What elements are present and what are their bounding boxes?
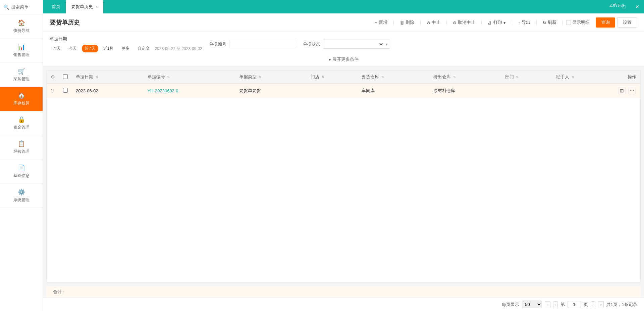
delete-button[interactable]: 🗑 删除 [397,18,417,27]
doctype-col-label: 单据类型 [239,74,257,79]
window-controls: － □ ✕ [604,0,644,13]
status-select[interactable] [323,40,384,48]
export-button[interactable]: ↑ 导出 [516,18,533,27]
sidebar-item-label-finance: 资金管理 [13,125,30,130]
sidebar-item-quick-nav[interactable]: 🏠 快捷导航 [0,14,43,39]
cancel-stop-button[interactable]: ⊘ 取消中止 [450,18,478,27]
stop-label: 中止 [432,19,440,26]
print-button[interactable]: 🖨 打印 ▾ [485,18,508,27]
dept-sort-icon[interactable]: ⇅ [516,75,519,79]
row-checkbox[interactable] [63,88,68,93]
pending-warehouse-sort-icon[interactable]: ⇅ [453,75,456,79]
status-filter-label: 单据状态 [303,41,320,47]
operations-icon: 📋 [18,140,25,147]
select-all-checkbox[interactable] [63,74,68,79]
tab-requisition-history[interactable]: 要货单历史× [66,0,103,13]
per-page-select[interactable]: 50 100 [522,301,542,308]
display-detail-checkbox[interactable] [566,20,571,25]
sidebar-item-system[interactable]: ⚙️ 系统管理 [0,184,43,208]
dept-col-label: 部门 [505,74,514,79]
row-docno-link[interactable]: YH-20230602-0 [148,88,178,93]
table-area: ⚙ 单据日期 ⇅ 单据编号 ⇅ [46,70,641,282]
refresh-button[interactable]: ↻ 刷新 [540,18,559,27]
jump-prefix: 第 [560,302,565,308]
date-btn-custom[interactable]: 自定义 [135,45,153,52]
minimize-button[interactable]: － [604,0,617,13]
search-icon: 🔍 [3,4,9,10]
add-button[interactable]: + 新增 [372,18,390,27]
finance-icon: 🔒 [18,116,25,123]
print-icon: 🖨 [488,20,492,25]
row-doctype: 要货单要货 [235,84,307,98]
settings-button[interactable]: 设置 [617,17,637,28]
sidebar-item-finance[interactable]: 🔒 资金管理 [0,111,43,135]
close-button[interactable]: ✕ [631,0,644,13]
date-btn-last7days[interactable]: 近7天 [82,45,98,52]
doc-no-input[interactable] [229,40,296,48]
sidebar-item-operations[interactable]: 📋 经营管理 [0,135,43,160]
print-arrow-icon: ▾ [503,20,506,25]
doctype-sort-icon[interactable]: ⇅ [259,75,261,79]
prev-page-button[interactable]: ‹ [553,301,558,308]
next-page-button[interactable]: › [591,301,595,308]
sidebar-item-inventory[interactable]: 🏠 库存核算 [0,87,43,111]
sidebar: 🔍 搜索菜单 🏠 快捷导航 📊 销售管理 🛒 采购管理 🏠 库存核算 🔒 资金管… [0,0,43,311]
sidebar-item-label-purchase: 采购管理 [13,76,30,82]
date-btn-last_month[interactable]: 近1月 [100,45,117,52]
summary-label: 合计： [53,289,66,294]
tab-home[interactable]: 首页 [46,0,66,13]
display-detail-toggle[interactable]: 显示明细 [566,19,590,26]
sidebar-item-base-info[interactable]: 📄 基础信息 [0,160,43,184]
row-pending-warehouse: 原材料仓库 [429,84,501,98]
store-col-label: 门店 [311,74,319,79]
handler-col-label: 经手人 [556,74,569,79]
row-view-button[interactable]: ⊞ [618,87,626,94]
settings-icon[interactable]: ⚙ [51,74,55,80]
handler-sort-icon[interactable]: ⇅ [572,75,574,79]
delete-icon: 🗑 [400,20,404,25]
date-range-label: 2023-05-27 至 2023-06-02 [155,46,202,52]
header-actions: + 新增 🗑 删除 ⊘ 中止 ⊘ 取消中止 [372,17,637,28]
sidebar-item-sales[interactable]: 📊 销售管理 [0,39,43,63]
jump-suffix: 页 [584,302,588,308]
sidebar-item-label-operations: 经营管理 [13,149,30,154]
inventory-icon: 🏠 [18,92,25,99]
docno-col-label: 单据编号 [148,74,165,79]
row-num: 1 [47,84,59,98]
row-req-warehouse: 车间库 [358,84,429,98]
docno-sort-icon[interactable]: ⇅ [167,75,170,79]
page-number-input[interactable] [568,301,581,308]
row-more-button[interactable]: ⋯ [628,87,636,94]
date-col-header: 单据日期 ⇅ [72,71,144,84]
last-page-button[interactable]: » [598,301,604,308]
sidebar-search-label: 搜索菜单 [11,4,29,10]
handler-col-header: 经手人 ⇅ [552,71,613,84]
date-btn-more[interactable]: 更多 [118,45,132,52]
op-col-header: 操作 [613,71,640,84]
store-sort-icon[interactable]: ⇅ [322,75,324,79]
system-icon: ⚙️ [18,188,25,196]
data-table: ⚙ 单据日期 ⇅ 单据编号 ⇅ [47,71,640,98]
stop-button[interactable]: ⊘ 中止 [424,18,443,27]
sidebar-search[interactable]: 🔍 搜索菜单 [0,0,43,14]
req-warehouse-sort-icon[interactable]: ⇅ [381,75,384,79]
divider4 [481,20,482,25]
pending-warehouse-col-label: 待出仓库 [433,74,451,79]
date-btn-yesterday[interactable]: 昨天 [50,45,64,52]
date-sort-icon[interactable]: ⇅ [96,75,98,79]
cancel-stop-icon: ⊘ [453,20,457,25]
date-btn-today[interactable]: 今天 [66,45,80,52]
purchase-icon: 🛒 [18,68,25,75]
tab-close-requisition-history[interactable]: × [96,4,98,9]
req-warehouse-col-label: 要货仓库 [362,74,379,79]
stop-icon: ⊘ [427,20,430,25]
sidebar-item-purchase[interactable]: 🛒 采购管理 [0,63,43,87]
expand-more-button[interactable]: ▾ 展开更多条件 [50,55,637,64]
query-button[interactable]: 查询 [596,17,615,28]
page-header: 要货单历史 + 新增 🗑 删除 ⊘ 中止 ⊘ [43,13,644,32]
base-info-icon: 📄 [18,164,25,172]
maximize-button[interactable]: □ [617,0,631,13]
first-page-button[interactable]: « [545,301,550,308]
doc-no-label: 单据编号 [209,41,226,47]
date-filter-label: 单据日期 [50,36,67,42]
